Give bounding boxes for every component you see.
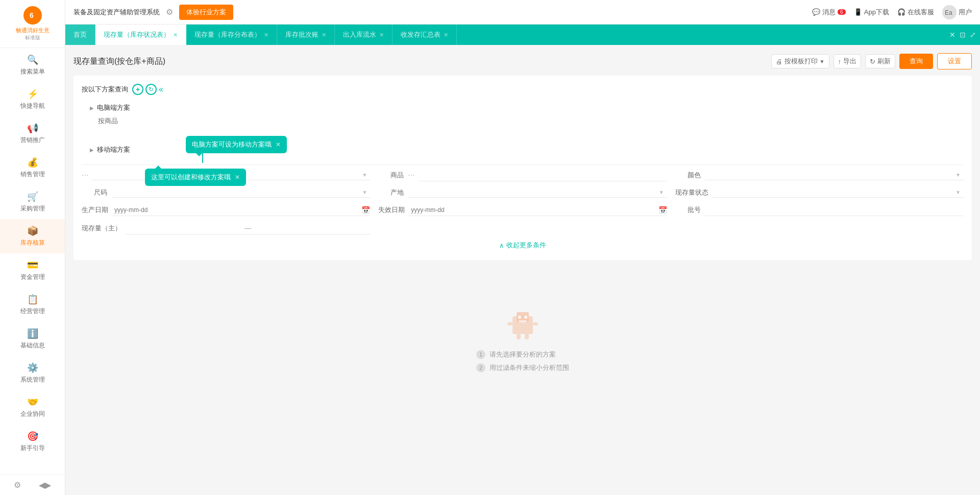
tooltip-close-2[interactable]: ✕	[235, 174, 240, 181]
sidebar-item-enterprise[interactable]: 🤝 企业协同	[0, 390, 65, 425]
settings-icon[interactable]: ⚙	[14, 480, 21, 490]
filter-exp-date: 失效日期 📅	[378, 204, 667, 216]
tab-close-icon[interactable]: ✕	[379, 32, 384, 38]
scheme-item-product[interactable]: 按商品	[90, 114, 964, 128]
prod-date-input[interactable]: 📅	[112, 204, 370, 216]
avatar: Ea	[942, 5, 957, 19]
stock-status-select[interactable]: ▼	[713, 187, 964, 198]
tab-restore-icon[interactable]: ⊡	[960, 31, 966, 39]
exp-date-field[interactable]	[409, 204, 656, 216]
main-area: 装备及固定资产辅助管理系统 ⚙ 体验行业方案 💬 消息 6 📱 App下载 🎧 …	[65, 0, 980, 495]
marketing-icon: 📢	[27, 123, 38, 134]
online-service-item[interactable]: 🎧 在线客服	[897, 8, 934, 17]
scheme-group-desktop: ▶ 电脑端方案 按商品	[90, 101, 964, 128]
size-select[interactable]: ▼	[111, 187, 370, 198]
sidebar-nav: 🔍 搜索菜单 ⚡ 快捷导航 📢 营销推广 💰 销售管理 🛒 采购管理 📦 库存核…	[0, 48, 65, 475]
sidebar-bottom: ⚙ ◀▶	[0, 475, 65, 495]
sidebar-item-search-menu[interactable]: 🔍 搜索菜单	[0, 48, 65, 82]
tab-close-all-icon[interactable]: ✕	[949, 31, 955, 39]
warehouse-dropdown-arrow: ▼	[362, 172, 367, 178]
message-item[interactable]: 💬 消息 6	[812, 8, 846, 17]
logo-area: 6 畅通消好生意 标准版	[0, 0, 65, 48]
exp-date-input[interactable]: 📅	[409, 204, 667, 216]
empty-state: 1 请先选择要分析的方案 2 用过滤条件来缩小分析范围	[74, 260, 972, 413]
tab-maximize-icon[interactable]: ⤢	[970, 31, 976, 39]
product-dots[interactable]: ···	[408, 171, 414, 180]
sidebar-item-system[interactable]: ⚙️ 系统管理	[0, 356, 65, 390]
sidebar-item-guide[interactable]: 🎯 新手引导	[0, 425, 65, 459]
sidebar-item-finance[interactable]: 💳 资金管理	[0, 253, 65, 288]
step-num-1: 1	[476, 350, 485, 359]
filter-stock-qty: 现存量（主） —	[82, 222, 370, 234]
export-btn[interactable]: ↑ 导出	[834, 54, 862, 68]
tab-inventory-batch-label: 库存批次账	[285, 30, 318, 39]
tab-inventory-batch[interactable]: 库存批次账 ✕	[277, 25, 335, 45]
warehouse-dots[interactable]: ···	[82, 171, 88, 180]
collapse-sidebar-icon[interactable]: ◀▶	[39, 480, 51, 490]
industry-btn[interactable]: 体验行业方案	[179, 5, 233, 20]
product-input[interactable]	[419, 169, 667, 181]
sidebar-item-sales[interactable]: 💰 销售管理	[0, 151, 65, 185]
prod-date-field[interactable]	[112, 204, 359, 216]
tab-close-icon[interactable]: ✕	[322, 32, 326, 38]
sidebar-item-operations[interactable]: 📋 经营管理	[0, 288, 65, 322]
sidebar-item-label: 营销推广	[20, 136, 45, 145]
color-select[interactable]: ▼	[705, 170, 964, 180]
refresh-btn[interactable]: ↻ 刷新	[865, 54, 895, 68]
sidebar-item-label: 采购管理	[20, 204, 45, 213]
search-panel: 按以下方案查询 + ↻ « 电脑方案可设为移动方案哦 ✕ ▶	[74, 76, 972, 260]
sidebar-item-purchase[interactable]: 🛒 采购管理	[0, 185, 65, 219]
tab-inventory-status-label: 现存量（库存状况表）	[104, 30, 170, 39]
svg-rect-9	[507, 322, 512, 325]
stock-qty-min[interactable]	[126, 222, 242, 234]
batch-input[interactable]	[705, 204, 964, 216]
logo-icon: 6	[23, 6, 42, 25]
headset-icon: 🎧	[897, 8, 905, 16]
chevron-right-icon: ▶	[90, 105, 94, 111]
filter-prod-date: 生产日期 📅	[82, 204, 370, 216]
message-icon: 💬	[812, 8, 820, 16]
chevron-up-icon: ∧	[499, 242, 504, 249]
scheme-group-desktop-header[interactable]: ▶ 电脑端方案	[90, 101, 964, 114]
sidebar-item-label: 基础信息	[20, 341, 45, 350]
tab-close-icon[interactable]: ✕	[264, 32, 268, 38]
calendar-icon-1[interactable]: 📅	[361, 206, 370, 214]
origin-select[interactable]: ▼	[408, 187, 667, 198]
stock-qty-max[interactable]	[253, 222, 370, 234]
filter-origin: 产地 ▼	[378, 187, 667, 198]
refresh-icon: ↻	[870, 58, 875, 65]
tab-inventory-status[interactable]: 现存量（库存状况表） ✕	[95, 25, 186, 45]
app-download-item[interactable]: 📱 App下载	[854, 8, 889, 17]
inventory-icon: 📦	[27, 225, 38, 237]
tab-inventory-dist[interactable]: 现存量（库存分布表） ✕	[186, 25, 277, 45]
collapse-btn[interactable]: ∧ 收起更多条件	[499, 241, 546, 250]
size-dropdown-arrow: ▼	[362, 190, 367, 195]
search-button[interactable]: 查询	[899, 54, 933, 69]
sidebar-item-quick-nav[interactable]: ⚡ 快捷导航	[0, 82, 65, 116]
tab-close-icon[interactable]: ✕	[173, 32, 178, 38]
color-dropdown-arrow: ▼	[955, 172, 961, 178]
color-label: 颜色	[675, 171, 701, 180]
calendar-icon-2[interactable]: 📅	[658, 206, 667, 214]
enterprise-icon: 🤝	[27, 396, 38, 408]
collapse-row: ∧ 收起更多条件	[82, 234, 964, 252]
print-btn[interactable]: 🖨 按模板打印 ▼	[771, 54, 829, 68]
scheme-add-btn[interactable]: +	[132, 84, 143, 95]
tab-collect-summary[interactable]: 收发存汇总表 ✕	[393, 25, 457, 45]
scheme-arrow-btn[interactable]: «	[159, 85, 163, 94]
sidebar-item-marketing[interactable]: 📢 营销推广	[0, 116, 65, 151]
tab-inout-flow[interactable]: 出入库流水 ✕	[335, 25, 393, 45]
sidebar-item-inventory[interactable]: 📦 库存核算	[0, 219, 65, 253]
tab-close-icon[interactable]: ✕	[444, 32, 448, 38]
tab-home[interactable]: 首页	[65, 25, 95, 45]
scheme-refresh-btn[interactable]: ↻	[145, 84, 157, 95]
tooltip-text-2: 这里可以创建和修改方案哦	[151, 173, 231, 182]
reset-button[interactable]: 设置	[937, 53, 972, 69]
settings-gear-icon[interactable]: ⚙	[166, 7, 173, 17]
sidebar-item-base-info[interactable]: ℹ️ 基础信息	[0, 322, 65, 356]
tooltip-close-1[interactable]: ✕	[276, 141, 281, 148]
sidebar-item-label: 系统管理	[20, 375, 45, 384]
user-item[interactable]: Ea 用户	[942, 5, 972, 19]
page-title: 现存量查询(按仓库+商品)	[74, 56, 165, 67]
exp-date-label: 失效日期	[378, 205, 405, 215]
